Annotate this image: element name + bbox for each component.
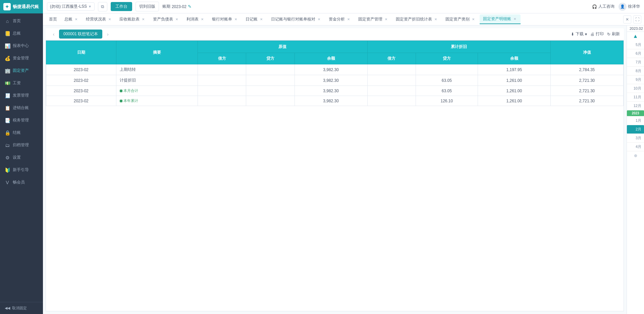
tab-depreciation[interactable]: 固定资产折旧统计表✕ [392, 15, 441, 24]
print-icon: 🖨 [590, 32, 594, 37]
tab-close-depreciation[interactable]: ✕ [433, 17, 438, 22]
asset-tab-active[interactable]: 000001 联想笔记本 [59, 30, 102, 39]
timeline-month-item[interactable]: 1月 [627, 116, 644, 125]
period-edit-icon[interactable]: ✎ [188, 4, 192, 9]
main-area: (勿动) 江西服垦-LSS ▼ ⧉ 工作台 切到旧版 账期 2023-02 ✎ … [43, 0, 644, 314]
company-selector[interactable]: (勿动) 江西服垦-LSS ▼ [47, 2, 95, 11]
tab-close-balance[interactable]: ✕ [174, 17, 179, 22]
pin-icon: ◀◀ [5, 306, 10, 310]
sidebar-item-archive[interactable]: 🗂归档管理 [0, 139, 43, 151]
sidebar-item-closing[interactable]: 🔒结账 [0, 126, 43, 139]
tab-receivable[interactable]: 应收账款表✕ [116, 15, 149, 24]
timeline-panel: 2023.02 ▲ 5月6月7月8月9月10月11月12月20231月2月3月4… [627, 25, 644, 314]
green-dot [120, 90, 122, 92]
refresh-button[interactable]: ↻ 刷新 [607, 31, 620, 37]
tab-business[interactable]: 经营状况表✕ [83, 15, 115, 24]
tab-close-assettype[interactable]: ✕ [471, 17, 476, 22]
timeline-month-item[interactable]: 9月 [627, 75, 644, 84]
sidebar-item-fixedasset[interactable]: 🏢固定资产 [0, 64, 43, 77]
sidebar-item-salary[interactable]: 💵工资 [0, 77, 43, 89]
sidebar-item-tax[interactable]: 📑税务管理 [0, 114, 43, 126]
nav-next-button[interactable]: › [104, 30, 112, 38]
timeline-more[interactable]: ⊕ [627, 151, 644, 160]
table-row: 2023-02 本月合计 3,982.30 63.05 1,261.00 2,7… [46, 86, 624, 96]
download-button[interactable]: ⬇ 下载 ▾ [571, 31, 587, 37]
timeline-month-item[interactable]: 6月 [627, 49, 644, 58]
timeline-month-item[interactable]: 8月 [627, 67, 644, 75]
tab-profit[interactable]: 利润表✕ [183, 15, 208, 24]
timeline-month-item[interactable]: 5月 [627, 41, 644, 49]
maximize-button[interactable]: ⛶ [633, 15, 641, 23]
sidebar-item-reports[interactable]: 📊报表中心 [0, 40, 43, 52]
tab-close-assetdetail[interactable]: ✕ [513, 17, 517, 21]
tab-close-reconcile[interactable]: ✕ [317, 17, 321, 22]
cell-orig-balance: 3,982.30 [294, 75, 367, 86]
sidebar-item-guide[interactable]: 🔰新手引导 [0, 164, 43, 176]
tab-close-receivable[interactable]: ✕ [141, 17, 146, 22]
archive-icon: 🗂 [5, 143, 10, 148]
cell-orig-balance: 3,982.30 [294, 96, 367, 106]
timeline-month-item[interactable]: 10月 [627, 84, 644, 93]
cell-date: 2023-02 [46, 64, 116, 75]
sidebar-item-label: 总账 [13, 31, 21, 36]
tab-close-ledger[interactable]: ✕ [74, 17, 78, 22]
tab-close-bank[interactable]: ✕ [233, 17, 238, 22]
timeline-items: 5月6月7月8月9月10月11月12月20231月2月3月4月 [627, 41, 644, 151]
headset-icon: 🎧 [592, 4, 597, 9]
cell-summary: 本年累计 [116, 96, 198, 106]
tab-ledger[interactable]: 总账✕ [61, 15, 82, 24]
tab-close-fixedasset[interactable]: ✕ [384, 17, 388, 22]
col-depreciation: 累计折旧 [367, 41, 550, 53]
timeline-month-item[interactable]: 3月 [627, 134, 644, 143]
tab-balance[interactable]: 资产负债表✕ [150, 15, 182, 24]
tab-close-journal[interactable]: ✕ [259, 17, 264, 22]
switch-version-button[interactable]: 切到旧版 [136, 2, 159, 11]
pin-label: 取消固定 [12, 306, 27, 311]
tab-close-profit[interactable]: ✕ [200, 17, 205, 22]
tab-reconcile[interactable]: 日记账与银行对账单核对✕ [268, 15, 325, 24]
workbench-button[interactable]: 工作台 [111, 2, 132, 11]
timeline-scroll-up[interactable]: ▲ [627, 32, 644, 41]
timeline-month-item[interactable]: 11月 [627, 93, 644, 102]
tab-label: 总账 [64, 16, 72, 22]
sidebar-item-cashmanage[interactable]: 💰资金管理 [0, 52, 43, 64]
tab-home[interactable]: 首页 [46, 15, 60, 24]
tab-close-cashflow[interactable]: ✕ [346, 17, 351, 22]
col-original: 原值 [198, 41, 368, 53]
timeline-month-item[interactable]: 2月 [627, 125, 644, 134]
tab-bank[interactable]: 银行对账单✕ [209, 15, 241, 24]
ledger-icon: 📒 [5, 31, 10, 36]
copy-button[interactable]: ⧉ [98, 2, 107, 11]
tab-assettype[interactable]: 固定资产类别✕ [442, 15, 479, 24]
col-summary: 摘要 [116, 41, 198, 64]
tab-close-business[interactable]: ✕ [107, 17, 112, 22]
cell-orig-credit [246, 64, 294, 75]
period-label: 账期 2023-02 ✎ [162, 4, 192, 9]
table-row: 2023-02 上期结转 3,982.30 1,197.95 2,784.35 [46, 64, 624, 75]
sidebar-item-settings[interactable]: ⚙设置 [0, 151, 43, 164]
nav-prev-button[interactable]: ‹ [50, 30, 58, 38]
period-prefix: 账期 [162, 4, 170, 9]
sidebar-item-salesledger[interactable]: 📋进销台账 [0, 102, 43, 114]
tab-fixedasset[interactable]: 固定资产管理✕ [355, 15, 392, 24]
tab-journal[interactable]: 日记账✕ [242, 15, 267, 24]
sidebar-item-label: 发票管理 [13, 93, 29, 98]
sidebar-item-home[interactable]: ⌂首页 [0, 15, 43, 27]
sidebar-pin[interactable]: ◀◀ 取消固定 [0, 302, 43, 314]
timeline-month-item[interactable]: 4月 [627, 143, 644, 151]
sidebar-item-label: 新手引导 [13, 167, 29, 173]
timeline-month-item[interactable]: 12月 [627, 102, 644, 110]
sidebar-item-invoice[interactable]: 🧾发票管理 [0, 89, 43, 102]
sidebar-item-ledger[interactable]: 📒总账 [0, 27, 43, 40]
tab-cashflow[interactable]: 资金分析✕ [325, 15, 354, 24]
close-all-button[interactable]: ✕ [623, 15, 631, 23]
print-button[interactable]: 🖨 打印 [590, 31, 604, 37]
help-button[interactable]: 🎧 人工咨询 [592, 4, 614, 9]
sidebar-item-vip[interactable]: V畅会员 [0, 176, 43, 189]
user-menu[interactable]: 👤 徐泽华 [619, 3, 640, 11]
tab-assetdetail[interactable]: 固定资产明细账✕ [480, 14, 521, 24]
timeline-month-item[interactable]: 7月 [627, 58, 644, 67]
topbar: (勿动) 江西服垦-LSS ▼ ⧉ 工作台 切到旧版 账期 2023-02 ✎ … [43, 0, 644, 13]
cell-dep-credit [416, 64, 478, 75]
app-logo: ✦ 畅捷通易代账 [0, 0, 43, 13]
